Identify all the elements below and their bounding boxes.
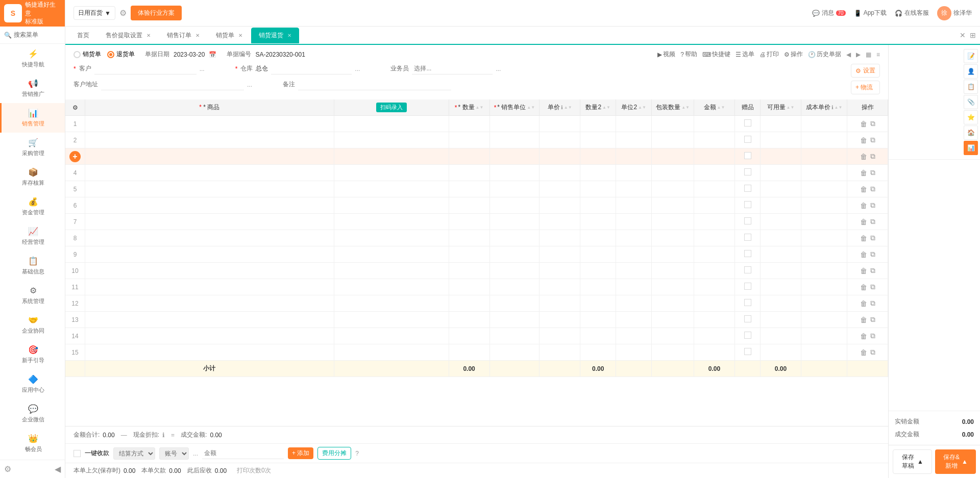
cell-unit2-15[interactable] (616, 344, 652, 361)
sidebar-item-wechat[interactable]: 💬 企业微信 (0, 399, 65, 429)
radio-sale[interactable]: 销货单 (74, 50, 101, 59)
cell-amount-5[interactable] (694, 181, 735, 197)
cell-unit2-6[interactable] (616, 197, 652, 214)
copy-row-btn-4[interactable]: ⧉ (870, 168, 875, 177)
cell-qty2-4[interactable] (580, 165, 616, 181)
copy-row-btn-9[interactable]: ⧉ (870, 250, 875, 259)
table-settings-icon[interactable]: ⚙ (72, 104, 78, 111)
float-btn-2[interactable]: 👤 (964, 64, 978, 79)
cell-qty2-12[interactable] (580, 295, 616, 312)
cell-qty-9[interactable] (449, 246, 489, 263)
one-click-pay-checkbox[interactable] (74, 450, 81, 457)
cell-price-5[interactable] (540, 181, 580, 197)
cell-price-4[interactable] (540, 165, 580, 181)
tab-close-price-setting[interactable]: ✕ (146, 33, 151, 38)
cell-unit-7[interactable] (489, 214, 540, 230)
copy-row-btn-11[interactable]: ⧉ (870, 283, 875, 291)
topbar-settings-icon[interactable]: ⚙ (119, 8, 127, 18)
cell-unit-10[interactable] (489, 263, 540, 279)
cell-unit2-4[interactable] (616, 165, 652, 181)
tab-close-sales-delivery[interactable]: ✕ (238, 33, 242, 38)
cell-price-1[interactable] (540, 116, 580, 132)
history-btn[interactable]: 🕐 历史单据 (808, 50, 841, 59)
help-btn[interactable]: ? 帮助 (680, 50, 697, 59)
sidebar-item-basic[interactable]: 📋 基础信息 (0, 251, 65, 281)
cell-qty-2[interactable] (449, 132, 489, 148)
cell-pack-15[interactable] (652, 344, 694, 361)
cell-avail-14[interactable] (761, 328, 801, 344)
message-btn[interactable]: 💬 消息 70 (812, 9, 846, 17)
cell-cost-8[interactable] (801, 230, 847, 246)
cell-unit2-2[interactable] (616, 132, 652, 148)
cell-price-2[interactable] (540, 132, 580, 148)
cell-cost-3[interactable] (801, 148, 847, 165)
cell-qty-4[interactable] (449, 165, 489, 181)
cell-unit2-1[interactable] (616, 116, 652, 132)
search-menu[interactable]: 🔍 搜索菜单 (0, 27, 65, 44)
cell-unit-9[interactable] (489, 246, 540, 263)
barcode-btn[interactable]: 扫码录入 (376, 103, 407, 112)
nav-prev-btn[interactable]: ◀ (846, 51, 851, 58)
delete-row-btn-1[interactable]: 🗑 (860, 120, 867, 128)
delete-row-btn-2[interactable]: 🗑 (860, 136, 867, 144)
copy-row-btn-1[interactable]: ⧉ (870, 119, 875, 128)
gift-checkbox-4[interactable] (744, 168, 751, 175)
cell-qty-6[interactable] (449, 197, 489, 214)
delete-row-btn-12[interactable]: 🗑 (860, 299, 867, 308)
cell-pack-11[interactable] (652, 279, 694, 295)
float-btn-7[interactable]: 📊 (964, 141, 978, 155)
cell-cost-9[interactable] (801, 246, 847, 263)
th-settings[interactable]: ⚙ (65, 99, 85, 116)
cell-qty2-5[interactable] (580, 181, 616, 197)
cell-goods-6[interactable] (85, 197, 334, 214)
cell-gift-14[interactable] (735, 328, 761, 344)
customer-input[interactable] (94, 63, 197, 74)
gift-checkbox-15[interactable] (744, 348, 751, 355)
delete-row-btn-10[interactable]: 🗑 (860, 267, 867, 275)
tab-price-setting[interactable]: 售价提取设置 ✕ (98, 28, 158, 43)
delete-row-btn-6[interactable]: 🗑 (860, 202, 867, 210)
copy-row-btn-10[interactable]: ⧉ (870, 266, 875, 275)
cell-pack-13[interactable] (652, 312, 694, 328)
cell-unit2-13[interactable] (616, 312, 652, 328)
copy-row-btn-6[interactable]: ⧉ (870, 201, 875, 210)
cell-cost-1[interactable] (801, 116, 847, 132)
customer-select-btn[interactable]: ... (200, 65, 205, 72)
cell-goods-7[interactable] (85, 214, 334, 230)
cell-avail-1[interactable] (761, 116, 801, 132)
settings-bottom-btn[interactable]: ⚙ (4, 464, 11, 474)
cell-avail-5[interactable] (761, 181, 801, 197)
tab-sales-order[interactable]: 销售订单 ✕ (159, 28, 207, 43)
cell-price-13[interactable] (540, 312, 580, 328)
cell-goods-11[interactable] (85, 279, 334, 295)
cell-pack-6[interactable] (652, 197, 694, 214)
tab-menu-btn[interactable]: ⊞ (970, 31, 976, 39)
close-all-tabs-btn[interactable]: ✕ (960, 31, 966, 39)
float-btn-5[interactable]: ⭐ (964, 110, 978, 124)
cell-qty-12[interactable] (449, 295, 489, 312)
cell-unit2-11[interactable] (616, 279, 652, 295)
delete-row-btn-11[interactable]: 🗑 (860, 283, 867, 291)
delete-row-btn-9[interactable]: 🗑 (860, 250, 867, 259)
copy-row-btn-8[interactable]: ⧉ (870, 234, 875, 242)
collapse-btn[interactable]: ◀ (55, 464, 61, 474)
warehouse-select-btn[interactable]: ... (355, 65, 360, 72)
cell-qty2-15[interactable] (580, 344, 616, 361)
cell-amount-4[interactable] (694, 165, 735, 181)
cell-unit-14[interactable] (489, 328, 540, 344)
cell-amount-10[interactable] (694, 263, 735, 279)
cell-qty2-9[interactable] (580, 246, 616, 263)
cell-avail-7[interactable] (761, 214, 801, 230)
experience-btn[interactable]: 体验行业方案 (131, 6, 182, 20)
remark-input[interactable] (298, 79, 451, 90)
add-expense-btn[interactable]: + 添加 (288, 447, 313, 459)
sidebar-item-marketing[interactable]: 📢 营销推广 (0, 73, 65, 103)
cell-unit2-5[interactable] (616, 181, 652, 197)
cell-qty2-14[interactable] (580, 328, 616, 344)
cell-pack-5[interactable] (652, 181, 694, 197)
float-btn-3[interactable]: 📋 (964, 80, 978, 94)
nav-next-btn[interactable]: ▶ (856, 51, 861, 58)
view-grid-btn[interactable]: ▦ (866, 51, 871, 58)
goods-input-3[interactable] (89, 153, 330, 160)
cell-qty2-2[interactable] (580, 132, 616, 148)
